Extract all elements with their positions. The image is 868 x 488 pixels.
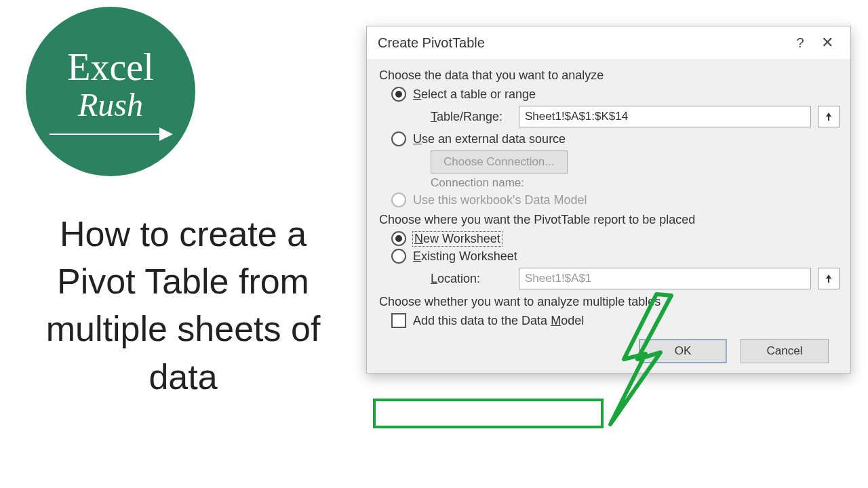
connection-name-label: Connection name: [431, 176, 840, 190]
option-label: Use an external data source [413, 132, 566, 146]
location-label: Location: [431, 272, 512, 286]
close-button[interactable]: ✕ [814, 33, 841, 52]
option-add-to-data-model[interactable]: Add this data to the Data Model [391, 313, 840, 328]
dialog-title: Create PivotTable [378, 35, 787, 51]
choose-connection-button[interactable]: Choose Connection... [431, 150, 568, 174]
option-label: New Worksheet [413, 232, 502, 246]
table-range-input[interactable]: Sheet1!$A$1:$K$14 [519, 106, 811, 127]
cancel-button[interactable]: Cancel [741, 339, 829, 363]
tutorial-headline: How to create a Pivot Table from multipl… [27, 210, 339, 401]
option-existing-worksheet[interactable]: Existing Worksheet [391, 249, 840, 264]
annotation-highlight-box [373, 399, 604, 428]
ok-button[interactable]: OK [639, 339, 727, 363]
radio-icon [391, 231, 406, 246]
option-label: Use this workbook's Data Model [413, 193, 587, 207]
option-label: Add this data to the Data Model [413, 314, 584, 328]
option-label: Existing Worksheet [413, 249, 517, 264]
option-new-worksheet[interactable]: New Worksheet [391, 231, 840, 246]
option-select-table-or-range[interactable]: Select a table or range [391, 87, 840, 102]
radio-icon [391, 131, 406, 146]
section-choose-data: Choose the data that you want to analyze [379, 68, 840, 83]
collapse-dialog-icon[interactable] [818, 268, 840, 289]
excel-rush-logo: Excel Rush [26, 7, 195, 176]
dialog-body: Choose the data that you want to analyze… [367, 59, 850, 373]
dialog-titlebar: Create PivotTable ? ✕ [367, 26, 850, 59]
logo-arrow-icon [50, 134, 172, 135]
option-external-data-source[interactable]: Use an external data source [391, 131, 840, 146]
logo-line-1: Excel [67, 48, 153, 86]
table-range-label: Table/Range: [431, 110, 512, 124]
collapse-dialog-icon[interactable] [818, 106, 840, 127]
table-range-field: Table/Range: Sheet1!$A$1:$K$14 [431, 106, 840, 127]
section-multiple-tables: Choose whether you want to analyze multi… [379, 295, 840, 309]
radio-icon [391, 87, 406, 102]
radio-icon [391, 192, 406, 207]
checkbox-icon [391, 313, 406, 328]
option-label: Select a table or range [413, 87, 536, 102]
dialog-button-row: OK Cancel [379, 331, 840, 363]
create-pivottable-dialog: Create PivotTable ? ✕ Choose the data th… [366, 26, 851, 373]
option-use-workbook-data-model: Use this workbook's Data Model [391, 192, 840, 207]
logo-line-2: Rush [78, 89, 143, 121]
location-input[interactable]: Sheet1!$A$1 [519, 268, 811, 289]
radio-icon [391, 249, 406, 264]
section-choose-placement: Choose where you want the PivotTable rep… [379, 213, 840, 227]
location-field: Location: Sheet1!$A$1 [431, 268, 840, 289]
help-button[interactable]: ? [787, 33, 814, 52]
